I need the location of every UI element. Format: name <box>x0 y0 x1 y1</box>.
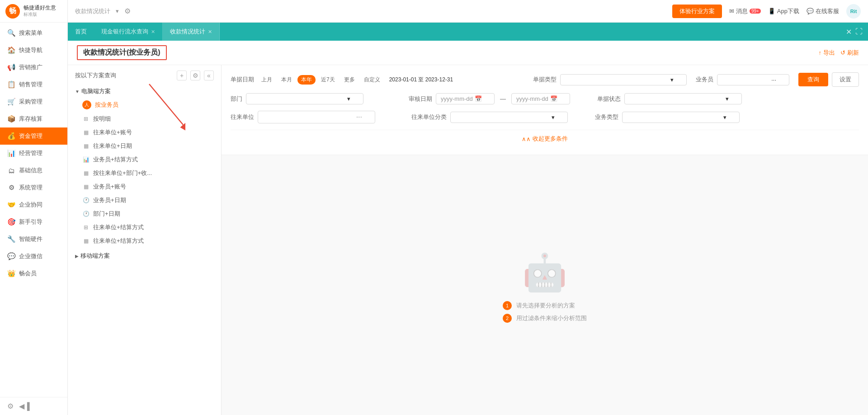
home-icon: 🏠 <box>7 46 15 54</box>
sidebar-label-guide: 新手引导 <box>19 218 42 226</box>
app-download-item[interactable]: 📱 App下载 <box>768 7 799 15</box>
tab-home[interactable]: 首页 <box>68 23 94 41</box>
sidebar-logo: 畅 畅捷通好生意 标准版 <box>0 0 67 23</box>
partner-category-select[interactable]: ▾ <box>450 112 568 123</box>
sidebar-item-member[interactable]: 👑 畅会员 <box>0 265 67 282</box>
sidebar-label-basic: 基础信息 <box>19 166 42 174</box>
tab-collection[interactable]: 收款情况统计 ✕ <box>163 23 220 41</box>
sidebar-item-quicknav[interactable]: 🏠 快捷导航 <box>0 42 67 59</box>
query-button[interactable]: 查询 <box>798 73 828 86</box>
partner-select[interactable]: ··· <box>258 111 375 123</box>
dept-date-icon: 🕐 <box>82 210 90 217</box>
panel-collapse-icon[interactable]: « <box>204 71 214 80</box>
user-avatar[interactable]: Rit <box>846 4 861 19</box>
sidebar-item-inventory[interactable]: 📦 库存核算 <box>0 110 67 127</box>
logo-icon: 畅 <box>5 4 20 19</box>
header-settings-icon[interactable]: ⚙ <box>124 7 131 15</box>
scheme-item-by-detail[interactable]: ⊞ 按明细 <box>71 112 217 126</box>
review-date-to-input[interactable]: yyyy-mm-dd 📅 <box>511 93 570 104</box>
salesperson-label: 业务员 <box>696 75 713 84</box>
sidebar-item-enterprise[interactable]: 🤝 企业协同 <box>0 196 67 213</box>
review-date-from-input[interactable]: yyyy-mm-dd 📅 <box>436 93 495 104</box>
collapse-bar[interactable]: ∧∧ 收起更多条件 <box>231 130 859 147</box>
sidebar-item-guide[interactable]: 🎯 新手引导 <box>0 213 67 231</box>
detail-icon: ⊞ <box>82 115 90 123</box>
bill-type-chevron: ▾ <box>670 76 674 83</box>
bill-type-select[interactable]: ▾ <box>560 74 687 85</box>
scheme-item-partner-settlement1[interactable]: ⊞ 往来单位+结算方式 <box>71 221 217 234</box>
sidebar-item-purchase[interactable]: 🛒 采购管理 <box>0 93 67 110</box>
sidebar-label-marketing: 营销推广 <box>19 63 42 71</box>
filter-actions: 查询 设置 <box>798 72 859 87</box>
tab-cashflow-close[interactable]: ✕ <box>151 29 155 35</box>
panel-header: 按以下方案查询 + ⚙ « <box>68 71 221 85</box>
system-icon: ⚙ <box>7 184 15 192</box>
date-tab-last-month[interactable]: 上月 <box>258 75 276 85</box>
scheme-item-partner-date[interactable]: ▦ 往来单位+日期 <box>71 139 217 153</box>
bill-status-filter-item: 单据状态 ▾ <box>597 93 742 104</box>
right-panel: 单据日期 上月 本月 本年 近7天 更多 自定义 2023-01-01 至 <box>222 65 868 415</box>
main-content: 收款情况统计(按业务员) ↑ 导出 ↺ 刷新 按以下方案查询 + ⚙ <box>68 41 868 415</box>
date-tab-this-month[interactable]: 本月 <box>278 75 296 85</box>
header-dropdown-icon[interactable]: ▾ <box>116 8 119 14</box>
refresh-button[interactable]: ↺ 刷新 <box>840 49 859 57</box>
step-label-1: 请先选择要分析的方案 <box>516 302 575 310</box>
desktop-group-header[interactable]: ▼ 电脑端方案 <box>71 85 217 98</box>
sidebar-item-wechat[interactable]: 💬 企业微信 <box>0 248 67 265</box>
demo-button[interactable]: 体验行业方案 <box>672 5 722 18</box>
sidebar-item-system[interactable]: ⚙ 系统管理 <box>0 179 67 196</box>
scheme-item-salesperson-date[interactable]: 🕐 业务员+日期 <box>71 193 217 207</box>
salesperson-select[interactable]: ··· <box>717 74 789 85</box>
panel-settings-icon[interactable]: ⚙ <box>190 71 200 80</box>
scheme-item-by-salesperson[interactable]: 人 按业务员 <box>71 98 217 112</box>
step-label-2: 用过滤条件来缩小分析范围 <box>516 314 587 322</box>
empty-steps: 1 请先选择要分析的方案 2 用过滤条件来缩小分析范围 <box>503 301 587 323</box>
sidebar-item-marketing[interactable]: 📢 营销推广 <box>0 59 67 76</box>
message-item[interactable]: ✉ 消息 99+ <box>729 7 761 15</box>
sidebar-collapse-icon[interactable]: ◀▐ <box>19 402 29 410</box>
empty-state: 🤖 1 请先选择要分析的方案 2 用过滤条件来缩小分析范围 <box>222 155 868 415</box>
business-type-chevron: ▾ <box>723 114 726 121</box>
header: 收款情况统计 ▾ ⚙ 体验行业方案 ✉ 消息 99+ 📱 App下载 💬 在线客… <box>68 0 868 23</box>
finance-icon: 💰 <box>7 132 15 140</box>
partner-label: 往来单位 <box>231 113 254 121</box>
sidebar-item-search[interactable]: 🔍 搜索菜单 <box>0 24 67 42</box>
bill-type-label: 单据类型 <box>533 75 557 84</box>
online-service-item[interactable]: 💬 在线客服 <box>807 7 839 15</box>
date-tab-more[interactable]: 更多 <box>340 75 359 85</box>
partner-dots[interactable]: ··· <box>356 113 362 121</box>
date-tab-custom[interactable]: 自定义 <box>360 75 384 85</box>
scheme-item-salesperson-settlement[interactable]: 📊 业务员+结算方式 <box>71 153 217 166</box>
scheme-item-partner-account[interactable]: ▦ 往来单位+账号 <box>71 126 217 139</box>
scheme-item-partner-dept[interactable]: ▦ 按往来单位+部门+收... <box>71 166 217 180</box>
sidebar-item-operation[interactable]: 📊 经营管理 <box>0 145 67 162</box>
left-panel: 按以下方案查询 + ⚙ « <box>68 65 222 415</box>
export-button[interactable]: ↑ 导出 <box>819 49 835 57</box>
scheme-item-dept-date[interactable]: 🕐 部门+日期 <box>71 207 217 221</box>
sidebar-item-basic[interactable]: 🗂 基础信息 <box>0 162 67 179</box>
date-tab-7days[interactable]: 近7天 <box>317 75 339 85</box>
sidebar-item-sales[interactable]: 📋 销售管理 <box>0 76 67 93</box>
sidebar-settings-icon[interactable]: ⚙ <box>7 402 14 410</box>
online-service-label: 在线客服 <box>816 7 839 15</box>
business-type-select[interactable]: ▾ <box>622 112 740 123</box>
panel-add-icon[interactable]: + <box>177 71 187 80</box>
scheme-item-salesperson-account[interactable]: ▦ 业务员+账号 <box>71 180 217 193</box>
message-badge: 99+ <box>750 9 761 14</box>
tab-close-all-icon[interactable]: ✕ <box>846 28 852 36</box>
bill-status-select[interactable]: ▾ <box>624 93 742 104</box>
tab-collection-close[interactable]: ✕ <box>208 29 212 35</box>
scheme-item-partner-settlement2[interactable]: ▦ 往来单位+结算方式 <box>71 234 217 248</box>
date-tab-this-year[interactable]: 本年 <box>297 75 316 85</box>
tab-expand-icon[interactable]: ⛶ <box>855 28 863 36</box>
settings-button[interactable]: 设置 <box>832 72 859 87</box>
sidebar-label-inventory: 库存核算 <box>19 115 42 123</box>
tab-cashflow[interactable]: 现金银行流水查询 ✕ <box>94 23 163 41</box>
mobile-group-arrow: ▶ <box>75 254 79 259</box>
mobile-group-header[interactable]: ▶ 移动端方案 <box>71 250 217 262</box>
sidebar-item-hardware[interactable]: 🔧 智能硬件 <box>0 231 67 248</box>
enterprise-icon: 🤝 <box>7 201 15 209</box>
sidebar-item-finance[interactable]: 💰 资金管理 <box>0 127 67 145</box>
scheme-label-partner-settlement2: 往来单位+结算方式 <box>93 237 144 245</box>
dept-select[interactable]: ▾ <box>246 93 363 104</box>
